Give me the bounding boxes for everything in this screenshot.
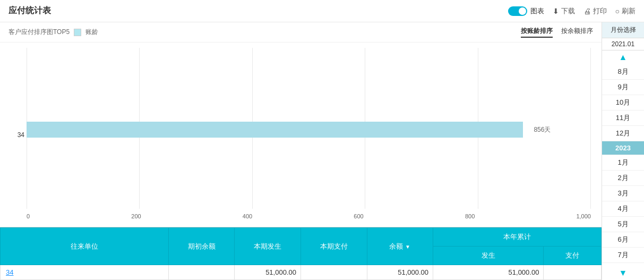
- sidebar-month-1[interactable]: 1月: [602, 155, 644, 171]
- sidebar-month-2[interactable]: 2月: [602, 171, 644, 186]
- balance-filter-icon: ▼: [405, 244, 410, 250]
- sidebar-month-12[interactable]: 12月: [602, 126, 644, 141]
- plot-area: 856天 0 200 400 600 800 1,000: [27, 48, 591, 222]
- chart-toggle[interactable]: [508, 6, 527, 16]
- th-current-pay: 本期支付: [300, 228, 367, 265]
- print-icon: 🖨: [583, 7, 591, 15]
- chart-table-area: 客户应付排序图TOP5 账龄 按账龄排序 按余额排序 34: [0, 22, 602, 280]
- main-content: 客户应付排序图TOP5 账龄 按账龄排序 按余额排序 34: [0, 22, 644, 280]
- download-button[interactable]: ⬇ 下载: [553, 6, 575, 16]
- sidebar-nav-down[interactable]: ▼: [602, 266, 644, 280]
- th-company: 往来单位: [1, 228, 169, 265]
- x-label-1000: 1,000: [576, 213, 591, 222]
- sidebar-month-11[interactable]: 11月: [602, 111, 644, 126]
- print-button[interactable]: 🖨 打印: [583, 6, 607, 16]
- sidebar-header: 月份选择: [602, 22, 644, 38]
- sidebar-month-3[interactable]: 3月: [602, 186, 644, 201]
- td-ytd-occur: 51,000.00: [433, 265, 544, 280]
- x-label-600: 600: [354, 213, 363, 222]
- sidebar-month-7[interactable]: 7月: [602, 248, 644, 263]
- legend-box: [74, 29, 81, 36]
- sidebar-nav-up[interactable]: ▲: [602, 50, 644, 64]
- x-label-400: 400: [243, 213, 252, 222]
- sidebar-year-input[interactable]: 2021.01: [602, 38, 644, 50]
- sidebar-month-10[interactable]: 10月: [602, 95, 644, 111]
- chart-sort-tabs: 按账龄排序 按余额排序: [521, 27, 593, 38]
- sidebar-month-4[interactable]: 4月: [602, 201, 644, 217]
- sort-tab-age[interactable]: 按账龄排序: [521, 27, 553, 38]
- td-opening: [168, 265, 235, 280]
- chart-toggle-wrap[interactable]: 图表: [508, 6, 544, 16]
- td-balance: 51,000.00: [367, 265, 433, 280]
- chart-inner: 34: [11, 48, 591, 222]
- table-header-row-1: 往来单位 期初余额 本期发生 本期支付 余额 ▼ 本年累计: [1, 228, 602, 247]
- sidebar-month-8[interactable]: 8月: [602, 64, 644, 80]
- download-label: 下载: [561, 6, 575, 16]
- y-axis-label: 34: [11, 48, 27, 222]
- download-icon: ⬇: [553, 7, 559, 15]
- td-company[interactable]: 34: [1, 265, 169, 280]
- data-table: 往来单位 期初余额 本期发生 本期支付 余额 ▼ 本年累计 发生: [0, 227, 602, 280]
- sidebar-year-2023[interactable]: 2023: [602, 141, 644, 155]
- refresh-icon: ○: [615, 7, 620, 15]
- x-label-200: 200: [131, 213, 141, 222]
- table-row: 34 51,000.00 51,000.00 51,000.00: [1, 265, 602, 280]
- td-current-pay: [300, 265, 367, 280]
- th-ytd: 本年累计: [433, 228, 602, 247]
- header-actions: 图表 ⬇ 下载 🖨 打印 ○ 刷新: [508, 6, 636, 16]
- bar-fill: [27, 122, 523, 138]
- th-ytd-occur: 发生: [433, 247, 544, 265]
- print-label: 打印: [593, 6, 607, 16]
- sidebar-month-6[interactable]: 6月: [602, 232, 644, 248]
- page-title: 应付统计表: [8, 5, 51, 16]
- th-ytd-pay: 支付: [544, 247, 602, 265]
- sort-tab-balance[interactable]: 按余额排序: [561, 27, 593, 38]
- refresh-button[interactable]: ○ 刷新: [615, 6, 636, 16]
- refresh-label: 刷新: [622, 6, 636, 16]
- x-label-800: 800: [465, 213, 475, 222]
- app-header: 应付统计表 图表 ⬇ 下载 🖨 打印 ○ 刷新: [0, 0, 644, 22]
- bar-value-label: 856天: [534, 125, 551, 134]
- bar-chart-container: 34: [0, 43, 602, 227]
- x-axis-labels: 0 200 400 600 800 1,000: [27, 211, 591, 222]
- chart-legend: 客户应付排序图TOP5 账龄: [8, 28, 98, 37]
- sidebar: 月份选择 2021.01 ▲ 8月 9月 10月 11月 12月 2023 1月…: [602, 22, 644, 280]
- th-current-occur: 本期发生: [235, 228, 301, 265]
- table-section: 往来单位 期初余额 本期发生 本期支付 余额 ▼ 本年累计 发生: [0, 227, 602, 280]
- chart-toggle-label: 图表: [530, 6, 544, 16]
- td-current-occur: 51,000.00: [235, 265, 301, 280]
- legend-box-label: 账龄: [85, 28, 98, 37]
- bar-row: 856天: [27, 48, 591, 211]
- bar-fill-wrap: 856天: [27, 122, 523, 138]
- legend-label: 客户应付排序图TOP5: [8, 28, 70, 37]
- sidebar-month-list: 8月 9月 10月 11月 12月 2023 1月 2月 3月 4月 5月 6月…: [602, 64, 644, 266]
- th-opening: 期初余额: [168, 228, 235, 265]
- td-ytd-pay: [544, 265, 602, 280]
- chart-header: 客户应付排序图TOP5 账龄 按账龄排序 按余额排序: [0, 22, 602, 43]
- x-label-0: 0: [27, 213, 30, 222]
- th-balance: 余额 ▼: [367, 228, 433, 265]
- sidebar-month-5[interactable]: 5月: [602, 217, 644, 232]
- sidebar-month-9[interactable]: 9月: [602, 80, 644, 95]
